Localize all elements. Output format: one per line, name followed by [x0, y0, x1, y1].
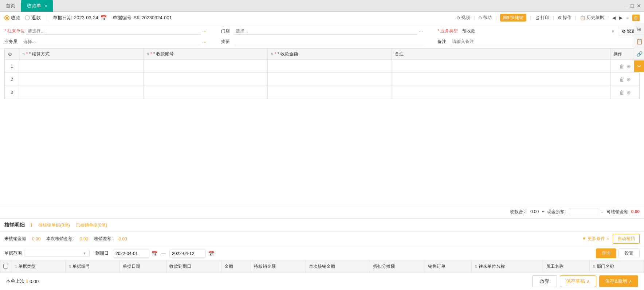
footer: 本单上次 ℹ 0.00 放弃 保存草稿 ∧ 保存&新增 ∧ — [0, 272, 644, 290]
store-input[interactable] — [234, 28, 417, 35]
verify-table: ⇅ 单据类型 ⇅ 单据编号 单据日期 收款到期日 — [0, 261, 644, 272]
receipt-radio[interactable]: 收款 — [4, 15, 20, 21]
select-all-checkbox[interactable] — [3, 264, 8, 269]
amount-cell[interactable] — [268, 73, 392, 86]
account-cell[interactable] — [144, 60, 268, 73]
search-row: 单据范围 ▼ 到期日 📅 — 📅 查询 设置 — [0, 246, 644, 261]
done-tab[interactable]: 已核销单据(0笔) — [76, 222, 107, 228]
receipt-refund-toggle: 收款 退款 — [4, 15, 41, 21]
delete-icon[interactable]: 🗑 — [619, 77, 624, 82]
biz-type-chevron[interactable]: ▼ — [611, 29, 615, 34]
range-select[interactable]: ▼ — [24, 250, 90, 257]
memo-label: 摘要 — [221, 39, 230, 45]
sidebar-edit-icon[interactable]: ✂ — [634, 60, 644, 72]
row-num: 1 — [5, 60, 19, 73]
save-draft-btn[interactable]: 保存草稿 ∧ — [560, 275, 596, 287]
amount-cell[interactable] — [268, 86, 392, 99]
tab-receipt[interactable]: 收款单 × — [21, 0, 53, 12]
counterpart-label: 往来单位 — [4, 28, 25, 34]
operation-btn[interactable]: ⚙ 操作 — [558, 15, 572, 21]
table-row: 1 🗑 ⊕ — [5, 60, 640, 73]
filter-actions: ▼ 更多条件 ∧ 自动核销 — [582, 234, 640, 244]
sidebar-list-icon[interactable]: 📋 — [634, 36, 644, 47]
query-btn[interactable]: 查询 — [596, 248, 616, 258]
pending-tab[interactable]: 待核销单据(0笔) — [38, 222, 70, 228]
print-btn[interactable]: 🖨 打印 — [535, 15, 549, 21]
col-discount: 折扣分摊额 — [370, 261, 425, 272]
copy-icon[interactable]: ⊕ — [627, 77, 631, 82]
counterpart-input[interactable] — [26, 28, 201, 35]
maximize-btn[interactable]: □ — [631, 3, 634, 9]
settlement-cell[interactable] — [19, 60, 144, 73]
discount-input[interactable] — [569, 208, 598, 215]
history-btn[interactable]: 📋 历史单据 — [580, 15, 604, 21]
settlement-cell[interactable] — [19, 73, 144, 86]
row-num: 3 — [5, 86, 19, 99]
amount-cell[interactable] — [268, 60, 392, 73]
remark-input[interactable] — [451, 38, 640, 45]
nav-next[interactable]: ▶ — [619, 15, 623, 20]
calendar-to-icon[interactable]: 📅 — [208, 251, 214, 256]
col-amount: ⇅ * * 收款金额 — [268, 49, 392, 60]
help-btn[interactable]: ⊙ 帮助 — [478, 15, 492, 21]
staff-input[interactable] — [22, 38, 201, 45]
remark-cell[interactable] — [392, 86, 610, 99]
verify-info-icon[interactable]: ℹ — [31, 223, 32, 228]
remark-cell[interactable] — [392, 60, 610, 73]
delete-icon[interactable]: 🗑 — [619, 90, 624, 95]
nav-grid[interactable]: ⊞ — [632, 15, 640, 21]
staff-more-icon[interactable]: ··· — [202, 39, 207, 45]
auto-verify-btn[interactable]: 自动核销 — [613, 234, 640, 244]
footer-info: 本单上次 ℹ 0.00 — [6, 278, 39, 285]
col-settlement: ⇅ * * 结算方式 — [19, 49, 144, 60]
more-filter-btn[interactable]: ▼ 更多条件 ∧ — [582, 236, 610, 242]
copy-icon[interactable]: ⊕ — [627, 63, 631, 69]
account-cell[interactable] — [144, 73, 268, 86]
search-actions: 查询 设置 — [596, 248, 640, 258]
refund-radio[interactable]: 退款 — [25, 15, 41, 21]
tab-close-icon[interactable]: × — [45, 4, 47, 8]
verify-header: 核销明细 ℹ 待核销单据(0笔) 已核销单据(0笔) — [0, 219, 644, 232]
table-settings-icon[interactable]: ⚙ — [8, 51, 12, 57]
biz-type-label: 业务类型 — [437, 28, 458, 34]
date-to-input[interactable] — [169, 250, 206, 258]
video-btn[interactable]: ⊙ 视频 — [456, 15, 470, 21]
verify-title: 核销明细 — [4, 222, 25, 228]
nav-prev[interactable]: ◀ — [612, 15, 616, 20]
actions-cell: 🗑 ⊕ — [610, 86, 640, 99]
abandon-btn[interactable]: 放弃 — [532, 275, 557, 287]
close-btn[interactable]: ✕ — [637, 3, 641, 9]
tab-home[interactable]: 首页 — [0, 0, 21, 12]
sort-icon: ⇅ — [22, 52, 26, 56]
account-cell[interactable] — [144, 86, 268, 99]
sidebar-link-icon[interactable]: 🔗 — [634, 48, 644, 60]
settlement-cell[interactable] — [19, 86, 144, 99]
delete-icon[interactable]: 🗑 — [619, 63, 624, 69]
chevron-down-icon: ▼ — [83, 251, 86, 255]
staff-label: 业务员 — [4, 39, 17, 45]
store-field: 门店 ··· — [221, 28, 423, 35]
calendar-icon[interactable]: 📅 — [101, 15, 107, 21]
save-new-btn[interactable]: 保存&新增 ∧ — [599, 275, 638, 287]
minimize-btn[interactable]: ─ — [624, 3, 628, 9]
memo-input[interactable] — [234, 38, 423, 45]
footer-info-icon[interactable]: ℹ — [26, 279, 28, 284]
receipt-table-area: ⚙ ⇅ * * 结算方式 ⇅ * * 收款账号 ⇅ * — [0, 48, 644, 205]
date-from-input[interactable] — [113, 250, 149, 258]
staff-field: 业务员 ··· — [4, 38, 207, 45]
shortcut-btn[interactable]: ⌨ 快捷键 — [500, 14, 526, 21]
calendar-from-icon[interactable]: 📅 — [152, 251, 158, 256]
draft-chevron-icon: ∧ — [586, 279, 590, 284]
top-toolbar: 收款 退款 单据日期 2023-03-24 📅 单据编号 SK-20230324… — [0, 12, 644, 24]
counterpart-more-icon[interactable]: ··· — [202, 28, 207, 34]
receipt-table: ⚙ ⇅ * * 结算方式 ⇅ * * 收款账号 ⇅ * — [4, 48, 640, 99]
col-remark: 备注 — [392, 49, 610, 60]
nav-list[interactable]: ≡ — [626, 15, 629, 20]
remark-cell[interactable] — [392, 73, 610, 86]
range-label: 单据范围 — [4, 250, 22, 256]
store-more-icon[interactable]: ··· — [419, 28, 423, 34]
copy-icon[interactable]: ⊕ — [627, 90, 631, 95]
table-settings-btn[interactable]: 设置 — [619, 248, 640, 258]
sidebar-table-icon[interactable]: ⊞ — [634, 23, 644, 35]
col-employee: 员工名称 — [543, 261, 590, 272]
